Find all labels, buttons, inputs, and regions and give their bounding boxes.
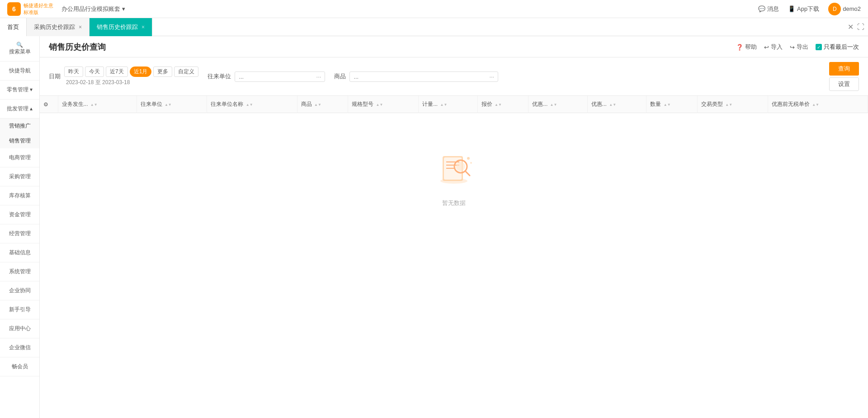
logo-icon: 6 bbox=[7, 2, 21, 16]
goods-input-wrapper: ··· bbox=[349, 71, 498, 82]
th-partner-name[interactable]: 往来单位名称 ▲▼ bbox=[207, 96, 297, 113]
sidebar-item-enterprise[interactable]: 企业协同 bbox=[0, 281, 39, 300]
goods-input[interactable] bbox=[354, 73, 489, 80]
goods-label: 商品 bbox=[334, 72, 346, 81]
sort-icon: ▲▼ bbox=[376, 103, 383, 107]
sidebar-sub-marketing[interactable]: 营销推广 bbox=[0, 119, 39, 133]
sidebar-item-enterprise-wechat[interactable]: 企业微信 bbox=[0, 338, 39, 357]
th-biz-date[interactable]: 业务发生... ▲▼ bbox=[58, 96, 137, 113]
date-label: 日期 bbox=[49, 72, 61, 81]
content-area: 销售历史价查询 ❓ 帮助 ↩ 导入 ↪ 导出 ✓ bbox=[40, 36, 868, 418]
sidebar-sub-sales-mgmt[interactable]: 销售管理 bbox=[0, 133, 39, 148]
th-goods[interactable]: 商品 ▲▼ bbox=[297, 96, 348, 113]
sidebar-item-system[interactable]: 系统管理 bbox=[0, 262, 39, 281]
data-table: ⚙ 业务发生... ▲▼ 往来单位 ▲▼ 往来单位名称 ▲▼ bbox=[40, 96, 868, 113]
topbar-left: 6 畅捷通好生意 标准版 办公用品行业模拟账套 ▾ bbox=[7, 2, 129, 16]
logo-text: 畅捷通好生意 标准版 bbox=[24, 2, 53, 15]
sidebar-item-finance[interactable]: 资金管理 bbox=[0, 205, 39, 224]
empty-state: 暂无数据 bbox=[40, 113, 868, 243]
chevron-down-icon: ▾ bbox=[30, 86, 33, 93]
date-btn-7days[interactable]: 近7天 bbox=[106, 66, 128, 77]
tab-purchase[interactable]: 采购历史价跟踪 × bbox=[27, 18, 90, 36]
sidebar-item-search[interactable]: 🔍 搜索菜单 bbox=[0, 36, 39, 62]
help-icon: ❓ bbox=[736, 44, 743, 51]
th-spec[interactable]: 规格型号 ▲▼ bbox=[348, 96, 419, 113]
date-buttons: 昨天 今天 近7天 近1月 更多 自定义 bbox=[64, 66, 198, 77]
sort-icon: ▲▼ bbox=[664, 103, 671, 107]
message-btn[interactable]: 💬 消息 bbox=[758, 5, 779, 13]
app-selector[interactable]: 办公用品行业模拟账套 ▾ bbox=[58, 4, 129, 14]
sidebar-item-newbie[interactable]: 新手引导 bbox=[0, 300, 39, 319]
sort-icon: ▲▼ bbox=[440, 103, 448, 107]
sidebar-item-retail[interactable]: 零售管理 ▾ bbox=[0, 81, 39, 100]
chevron-down-icon: ▾ bbox=[122, 5, 125, 12]
sort-icon: ▲▼ bbox=[165, 103, 172, 107]
sidebar-item-vip[interactable]: 畅会员 bbox=[0, 357, 39, 376]
date-btn-today[interactable]: 今天 bbox=[85, 66, 104, 77]
sidebar-item-app-center[interactable]: 应用中心 bbox=[0, 319, 39, 338]
partner-input[interactable] bbox=[239, 73, 316, 80]
date-btn-yesterday[interactable]: 昨天 bbox=[64, 66, 83, 77]
maximize-btn[interactable]: ⛶ bbox=[857, 23, 864, 31]
sidebar-item-purchase[interactable]: 采购管理 bbox=[0, 167, 39, 186]
tab-home[interactable]: 首页 bbox=[0, 18, 27, 36]
svg-line-8 bbox=[465, 171, 470, 176]
th-qty[interactable]: 数量 ▲▼ bbox=[646, 96, 697, 113]
import-btn[interactable]: ↩ 导入 bbox=[764, 43, 783, 51]
th-quote[interactable]: 报价 ▲▼ bbox=[477, 96, 528, 113]
page-header: 销售历史价查询 ❓ 帮助 ↩ 导入 ↪ 导出 ✓ bbox=[40, 36, 868, 57]
goods-picker-btn[interactable]: ··· bbox=[489, 73, 494, 80]
settings-button[interactable]: 设置 bbox=[829, 77, 859, 91]
sort-icon: ▲▼ bbox=[609, 103, 616, 107]
sidebar-item-wholesale[interactable]: 批发管理 ▴ bbox=[0, 100, 39, 119]
sidebar-item-operations[interactable]: 经营管理 bbox=[0, 224, 39, 243]
empty-text: 暂无数据 bbox=[442, 199, 466, 207]
partner-input-wrapper: ··· bbox=[235, 71, 325, 82]
user-menu[interactable]: D demo2 bbox=[828, 3, 861, 15]
partner-picker-btn[interactable]: ··· bbox=[316, 73, 321, 80]
help-btn[interactable]: ❓ 帮助 bbox=[736, 43, 757, 51]
th-trade-type[interactable]: 交易类型 ▲▼ bbox=[697, 96, 768, 113]
sort-icon: ▲▼ bbox=[550, 103, 557, 107]
close-tab-btn[interactable]: ✕ bbox=[848, 23, 854, 31]
date-range-display: 2023-02-18 至 2023-03-18 bbox=[66, 79, 198, 86]
only-last-checkbox[interactable]: ✓ bbox=[816, 44, 822, 50]
tab-sales[interactable]: 销售历史价跟踪 × bbox=[90, 18, 152, 36]
sidebar-item-quick-nav[interactable]: 快捷导航 bbox=[0, 62, 39, 81]
sidebar-item-ecommerce[interactable]: 电商管理 bbox=[0, 148, 39, 167]
app-download-btn[interactable]: 📱 App下载 bbox=[788, 5, 819, 13]
filter-area: 日期 昨天 今天 近7天 近1月 更多 自定义 2023-02-18 至 202… bbox=[40, 57, 868, 96]
sort-icon: ▲▼ bbox=[725, 103, 732, 107]
sidebar: 🔍 搜索菜单 快捷导航 零售管理 ▾ 批发管理 ▴ 营销推广 销售管理 电商管理… bbox=[0, 36, 40, 418]
download-icon: 📱 bbox=[788, 5, 795, 12]
export-btn[interactable]: ↪ 导出 bbox=[790, 43, 808, 51]
date-btn-more[interactable]: 更多 bbox=[153, 66, 172, 77]
query-button[interactable]: 查询 bbox=[829, 62, 859, 76]
th-unit[interactable]: 计量... ▲▼ bbox=[419, 96, 478, 113]
tabbar-actions: ✕ ⛶ bbox=[848, 23, 868, 31]
logo-area: 6 畅捷通好生意 标准版 bbox=[7, 2, 53, 16]
date-btn-custom[interactable]: 自定义 bbox=[174, 66, 198, 77]
only-last-checkbox-label[interactable]: ✓ 只看最后一次 bbox=[816, 43, 859, 51]
sidebar-item-inventory[interactable]: 库存核算 bbox=[0, 186, 39, 205]
tabbar: 首页 采购历史价跟踪 × 销售历史价跟踪 × ✕ ⛶ bbox=[0, 18, 868, 36]
th-pre-tax[interactable]: 优惠前无税单价 ▲▼ bbox=[768, 96, 868, 113]
tab-purchase-close[interactable]: × bbox=[79, 24, 82, 30]
table-area: ⚙ 业务发生... ▲▼ 往来单位 ▲▼ 往来单位名称 ▲▼ bbox=[40, 96, 868, 418]
page-actions: ❓ 帮助 ↩ 导入 ↪ 导出 ✓ 只看最后一次 bbox=[736, 43, 859, 51]
date-btn-1month[interactable]: 近1月 bbox=[130, 66, 152, 77]
page-title-row: 销售历史价查询 ❓ 帮助 ↩ 导入 ↪ 导出 ✓ bbox=[49, 42, 859, 57]
sort-icon: ▲▼ bbox=[314, 103, 321, 107]
th-settings[interactable]: ⚙ bbox=[40, 96, 58, 113]
th-discount2[interactable]: 优惠... ▲▼ bbox=[587, 96, 646, 113]
partner-label: 往来单位 bbox=[208, 72, 231, 81]
sort-icon: ▲▼ bbox=[246, 103, 253, 107]
svg-point-9 bbox=[467, 157, 470, 160]
partner-filter-group: 往来单位 ··· bbox=[208, 71, 325, 82]
th-discount1[interactable]: 优惠... ▲▼ bbox=[528, 96, 588, 113]
th-partner-code[interactable]: 往来单位 ▲▼ bbox=[137, 96, 207, 113]
tab-sales-close[interactable]: × bbox=[142, 24, 145, 30]
sidebar-item-basic-info[interactable]: 基础信息 bbox=[0, 243, 39, 262]
sort-icon: ▲▼ bbox=[90, 103, 98, 107]
topbar-right: 💬 消息 📱 App下载 D demo2 bbox=[758, 3, 861, 15]
